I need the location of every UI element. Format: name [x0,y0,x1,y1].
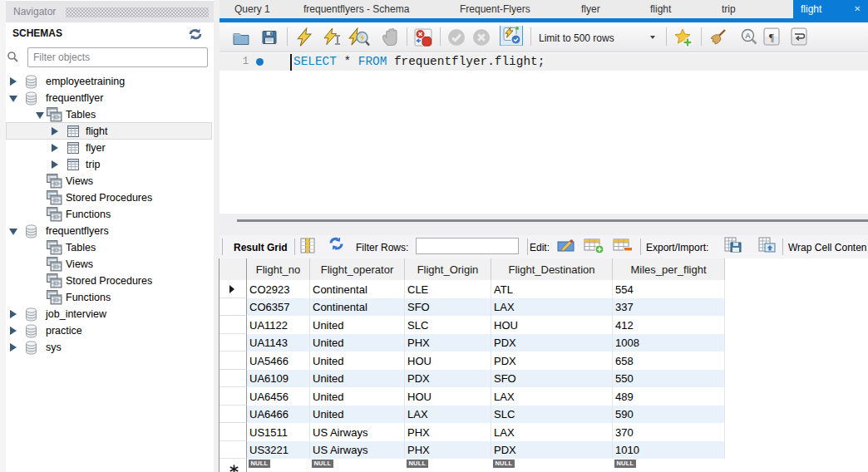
svg-text:A: A [745,32,750,40]
svg-text:¶: ¶ [769,31,774,43]
